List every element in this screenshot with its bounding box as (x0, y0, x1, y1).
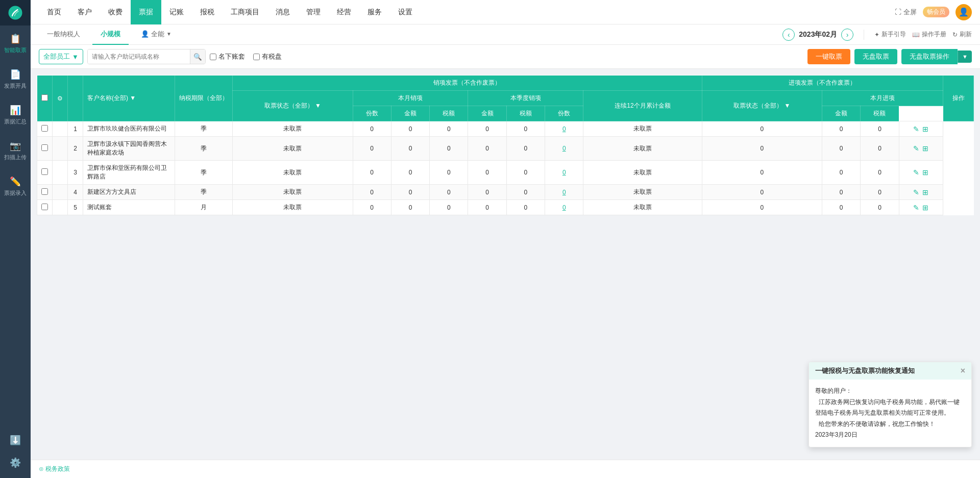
view-icon[interactable]: ⊞ (922, 188, 928, 196)
th-client-name[interactable]: 客户名称(全部) ▼ (83, 76, 175, 121)
row-sales-month-amount: 0 (391, 121, 429, 137)
row-sales-month-amount: 0 (391, 185, 429, 200)
row-cumulative[interactable]: 0 (545, 121, 583, 137)
sidebar-bottom: ⬇️ ⚙️ (0, 430, 31, 478)
sidebar-item-smart-fetch[interactable]: 📋 智能取票 (0, 26, 31, 61)
row-purchase-month-count: 0 (702, 121, 822, 137)
row-num: 4 (68, 185, 83, 200)
view-icon[interactable]: ⊞ (922, 168, 928, 177)
row-period: 季 (175, 161, 233, 185)
sidebar-item-data-entry[interactable]: ✏️ 票据录入 (0, 168, 31, 204)
th-purchase-fetch-status[interactable]: 取票状态（全部） ▼ (702, 91, 822, 121)
fullscreen-btn[interactable]: ⛶ 全屏 (895, 8, 917, 17)
view-icon[interactable]: ⊞ (922, 125, 928, 133)
view-icon[interactable]: ⊞ (922, 204, 928, 212)
row-cumulative[interactable]: 0 (545, 185, 583, 200)
row-checkbox[interactable] (37, 137, 53, 161)
employee-filter[interactable]: 全部员工 ▼ (39, 49, 83, 64)
row-sales-quarter-tax: 0 (506, 137, 545, 161)
edit-icon[interactable]: ✎ (913, 188, 919, 196)
row-sales-month-amount: 0 (391, 137, 429, 161)
tab-small-scale[interactable]: 小规模 (92, 24, 129, 45)
scan-upload-icon: 📷 (10, 140, 21, 152)
row-cumulative[interactable]: 0 (545, 161, 583, 185)
row-sales-quarter-amount: 0 (468, 200, 506, 215)
th-tax-period[interactable]: 纳税期限（全部） (175, 76, 233, 121)
one-click-fetch-btn[interactable]: 一键取票 (807, 49, 850, 64)
row-checkbox[interactable] (37, 185, 53, 200)
th-sales-month-amount: 金额 (391, 106, 429, 121)
nav-management[interactable]: 管理 (298, 0, 329, 24)
th-current-quarter-sales: 本季度销项 (468, 91, 583, 106)
nav-invoice[interactable]: 票据 (131, 0, 161, 24)
tab-general-taxpayer[interactable]: 一般纳税人 (39, 24, 88, 45)
settings-col-icon[interactable]: ⚙ (57, 95, 63, 102)
nav-clients[interactable]: 客户 (69, 0, 100, 24)
select-all-checkbox[interactable] (41, 94, 48, 101)
nav-biz-projects[interactable]: 工商项目 (223, 0, 267, 24)
nav-services[interactable]: 服务 (359, 0, 390, 24)
divider (864, 30, 864, 40)
nav-billing[interactable]: 收费 (100, 0, 131, 24)
manual-btn[interactable]: 📖 操作手册 (912, 30, 946, 39)
row-sales-quarter-amount: 0 (468, 161, 506, 185)
row-checkbox[interactable] (37, 161, 53, 185)
popup-corner (953, 362, 961, 362)
checkbox-my-accounts[interactable]: 名下账套 (210, 52, 245, 61)
row-sales-status: 未取票 (233, 121, 353, 137)
nav-messages[interactable]: 消息 (267, 0, 298, 24)
tab-actions: ✦ 新手引导 📖 操作手册 ↻ 刷新 (874, 30, 972, 39)
row-purchase-month-tax: 0 (861, 185, 899, 200)
checkbox-has-tax-disk[interactable]: 有税盘 (253, 52, 282, 61)
no-disk-ops-dropdown-btn[interactable]: ▼ (958, 51, 972, 63)
checkbox-group: 名下账套 有税盘 (210, 52, 282, 61)
next-month-btn[interactable]: › (841, 29, 853, 41)
nav-settings[interactable]: 设置 (390, 0, 421, 24)
sidebar-item-issue-invoice[interactable]: 📄 发票开具 (0, 61, 31, 97)
search-button[interactable]: 🔍 (190, 49, 205, 64)
row-num: 1 (68, 121, 83, 137)
vip-btn[interactable]: 畅会员 (923, 7, 949, 17)
no-disk-fetch-btn[interactable]: 无盘取票 (854, 49, 897, 64)
row-settings (53, 200, 68, 215)
notification-close-btn[interactable]: × (961, 366, 965, 375)
nav-items: 首页 客户 收费 票据 记账 报税 工商项目 消息 管理 经营 服务 设置 (39, 0, 895, 24)
nav-operations[interactable]: 经营 (329, 0, 359, 24)
row-sales-month-tax: 0 (430, 121, 468, 137)
view-icon[interactable]: ⊞ (922, 144, 928, 153)
sidebar-item-invoice-summary[interactable]: 📊 票据汇总 (0, 97, 31, 133)
row-checkbox[interactable] (37, 121, 53, 137)
nav-home[interactable]: 首页 (39, 0, 69, 24)
no-disk-ops-btn[interactable]: 无盘取票操作 (901, 49, 958, 64)
nav-bookkeeping[interactable]: 记账 (161, 0, 192, 24)
tab-all[interactable]: 👤 全能 ▼ (133, 24, 180, 45)
row-client-name: 测试账套 (83, 200, 175, 215)
row-cumulative[interactable]: 0 (545, 200, 583, 215)
tax-policy-link[interactable]: ⊙ 税务政策 (39, 465, 70, 473)
edit-icon[interactable]: ✎ (913, 144, 919, 153)
th-settings: ⚙ (53, 76, 68, 121)
refresh-btn[interactable]: ↻ 刷新 (952, 30, 972, 39)
sidebar-settings-btn[interactable]: ⚙️ (0, 452, 31, 473)
row-purchase-month-amount: 0 (822, 161, 861, 185)
sidebar-download-btn[interactable]: ⬇️ (0, 430, 31, 450)
row-cumulative[interactable]: 0 (545, 137, 583, 161)
row-purchase-status: 未取票 (583, 200, 702, 215)
checkbox-my-accounts-input[interactable] (210, 54, 216, 60)
th-sales-fetch-status[interactable]: 取票状态（全部） ▼ (233, 91, 353, 121)
search-input[interactable] (88, 49, 190, 64)
edit-icon[interactable]: ✎ (913, 168, 919, 177)
new-guide-btn[interactable]: ✦ 新手引导 (874, 30, 906, 39)
notification-popup: 一键报税与无盘取票功能恢复通知 × 尊敬的用户： 江苏政务网已恢复访问电子税务局… (808, 362, 972, 447)
nav-tax[interactable]: 报税 (192, 0, 223, 24)
th-purchase-month-amount: 金额 (822, 106, 861, 121)
tab-all-icon: 👤 (141, 30, 149, 38)
edit-icon[interactable]: ✎ (913, 204, 919, 212)
prev-month-btn[interactable]: ‹ (782, 29, 795, 41)
row-checkbox[interactable] (37, 200, 53, 215)
checkbox-has-tax-disk-input[interactable] (253, 54, 260, 60)
row-client-name: 卫辉市汲水镇下园闻香阁营木种植家庭农场 (83, 137, 175, 161)
user-avatar[interactable]: 👤 (955, 4, 972, 20)
sidebar-item-scan-upload[interactable]: 📷 扫描上传 (0, 133, 31, 168)
edit-icon[interactable]: ✎ (913, 125, 919, 133)
